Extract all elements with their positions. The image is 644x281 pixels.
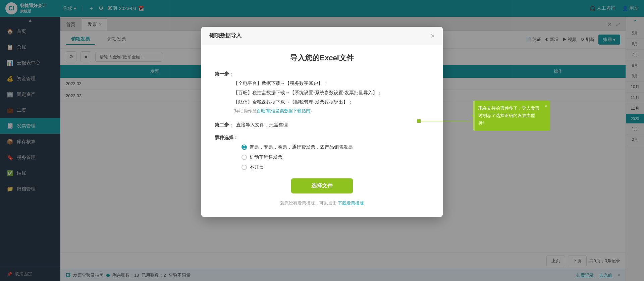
guide-link[interactable]: 百旺/航信发票数据下载指南 [257, 108, 310, 113]
tooltip-text: 现在支持的票种多了，导入发票时别忘了选择正确的发票类型呀! [478, 106, 539, 125]
modal-header: 销项数据导入 × [201, 27, 443, 45]
modal-body: 导入您的Excel文件 第一步： 【全电平台】数据下载→【税务数字账户】； 【百… [201, 45, 443, 217]
step1-note: (详细操作见百旺/航信发票数据下载指南) [233, 107, 429, 115]
step1-content: 【全电平台】数据下载→【税务数字账户】； 【百旺】税控盘数据下载→【系统设置-系… [233, 78, 429, 115]
import-modal: 销项数据导入 × 导入您的Excel文件 第一步： 【全电平台】数据下载→【税务… [201, 27, 443, 217]
step1-label: 第一步： [215, 71, 233, 76]
modal-footer-note: 若您没有发票模版，可以点击 下载发票模版 [215, 200, 429, 206]
radio-2-circle [241, 155, 247, 160]
tooltip-container: 现在支持的票种多了，导入发票时别忘了选择正确的发票类型呀! × [473, 101, 550, 131]
step-1-section: 第一步： 【全电平台】数据下载→【税务数字账户】； 【百旺】税控盘数据下载→【系… [215, 71, 429, 115]
download-template-link[interactable]: 下载发票模版 [338, 201, 364, 206]
tooltip-line [421, 121, 471, 121]
ticket-label: 票种选择： [215, 135, 238, 140]
tooltip-bubble: 现在支持的票种多了，导入发票时别忘了选择正确的发票类型呀! × [473, 101, 550, 131]
ticket-type-section: 票种选择： 普票，专票，卷票，通行费发票，农产品销售发票 机动车销售发票 [215, 135, 429, 170]
import-title: 导入您的Excel文件 [215, 53, 429, 63]
step2-label: 第二步： [215, 122, 233, 128]
modal-title: 销项数据导入 [209, 32, 241, 39]
radio-3-circle [241, 165, 247, 170]
tooltip-close-icon[interactable]: × [545, 103, 547, 111]
radio-item-3[interactable]: 不开票 [241, 164, 429, 170]
step2-content: 直接导入文件，无需整理 [236, 122, 288, 128]
tooltip-bar [473, 101, 475, 131]
tooltip-dot [417, 119, 421, 123]
radio-1-circle [241, 145, 247, 150]
step-2-section: 第二步： 直接导入文件，无需整理 [215, 122, 429, 128]
radio-item-2[interactable]: 机动车销售发票 [241, 154, 429, 160]
select-file-button[interactable]: 选择文件 [291, 178, 353, 193]
modal-overlay: 销项数据导入 × 导入您的Excel文件 第一步： 【全电平台】数据下载→【税务… [0, 0, 644, 281]
radio-group: 普票，专票，卷票，通行费发票，农产品销售发票 机动车销售发票 不开票 [241, 144, 429, 170]
modal-close-button[interactable]: × [431, 33, 435, 39]
radio-item-1[interactable]: 普票，专票，卷票，通行费发票，农产品销售发票 [241, 144, 429, 150]
